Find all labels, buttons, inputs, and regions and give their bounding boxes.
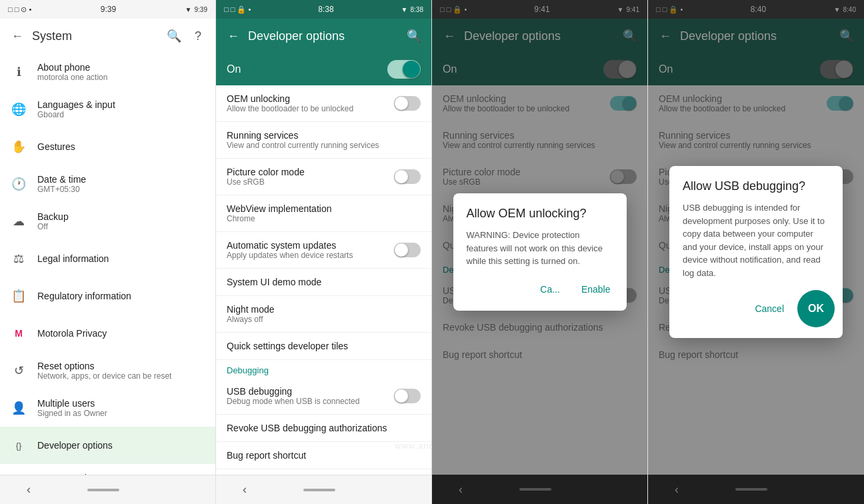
panel-system: □ □ ⊙ • 9:39 ▼ 9:39 ← System 🔍 ? ℹ About…	[0, 0, 216, 504]
setting-ui-demo[interactable]: System UI demo mode	[216, 269, 431, 296]
nav-about-phone[interactable]: ℹ About phone motorola one action	[0, 53, 215, 91]
search-icon-dev[interactable]: 🔍	[405, 27, 423, 45]
legal-icon: ⚖	[11, 251, 27, 267]
usbdebug-title: USB debugging	[227, 386, 394, 397]
nav-system-updates[interactable]: 📱 System updates Updated to Android 9	[0, 464, 215, 475]
backup-icon: ☁	[11, 213, 27, 229]
nav-languages-sub: Gboard	[37, 110, 205, 119]
webview-title: WebView implementation	[227, 203, 421, 214]
nav-multiple-users[interactable]: 👤 Multiple users Signed in as Owner	[0, 389, 215, 427]
home-pill[interactable]	[87, 489, 119, 491]
status-icons-left: □ □ ⊙ •	[8, 5, 31, 14]
nav-gestures[interactable]: ✋ Gestures	[0, 128, 215, 165]
nav-languages-title: Languages & input	[37, 99, 205, 110]
oem-cancel-button[interactable]: Ca...	[532, 279, 568, 300]
color-title: Picture color mode	[227, 167, 394, 177]
nightmode-title: Night mode	[227, 304, 421, 315]
status-bar-1: □ □ ⊙ • 9:39 ▼ 9:39	[0, 0, 215, 19]
uidemo-title: System UI demo mode	[227, 277, 421, 287]
nav-backup[interactable]: ☁ Backup Off	[0, 203, 215, 240]
nav-datetime[interactable]: 🕐 Date & time GMT+05:30	[0, 165, 215, 203]
qstiles-title: Quick settings developer tiles	[227, 341, 421, 351]
setting-bug-report[interactable]: Bug report shortcut	[216, 442, 431, 469]
oem-enable-button[interactable]: Enable	[573, 279, 619, 300]
nav-reset-sub: Network, apps, or device can be reset	[37, 371, 205, 381]
nav-backup-title: Backup	[37, 211, 205, 222]
running-sub: View and control currently running servi…	[227, 141, 421, 150]
panel-dev-options: □ □ 🔒 • 8:38 ▼ 8:38 ← Developer options …	[216, 0, 432, 504]
dev-on-toggle[interactable]	[387, 60, 421, 79]
back-btn-2[interactable]: ‹	[243, 483, 247, 497]
users-icon: 👤	[11, 400, 27, 416]
revoke-title: Revoke USB debugging authorizations	[227, 423, 421, 433]
panel-usb-dialog: □ □ 🔒 • 8:40 ▼ 8:40 ← Developer options …	[648, 0, 864, 504]
status-icons-right: ▼ 9:39	[185, 6, 207, 13]
usb-dialog-actions: Cancel OK	[669, 290, 843, 333]
nav-developer-options[interactable]: {} Developer options	[0, 427, 215, 464]
back-icon-dev[interactable]: ←	[224, 27, 243, 45]
search-icon[interactable]: 🔍	[165, 27, 183, 45]
usb-dialog-overlay: Allow USB debugging? USB debugging is in…	[648, 0, 864, 504]
info-icon: ℹ	[11, 64, 27, 80]
back-icon[interactable]: ←	[8, 27, 27, 45]
webview-sub: Chrome	[227, 214, 421, 223]
setting-oem-unlocking[interactable]: OEM unlocking Allow the bootloader to be…	[216, 85, 431, 122]
reset-icon: ↺	[11, 363, 27, 379]
usb-cancel-button[interactable]: Cancel	[747, 298, 792, 319]
toolbar-system: ← System 🔍 ?	[0, 19, 215, 53]
nav-legal[interactable]: ⚖ Legal information	[0, 240, 215, 277]
setting-running-services[interactable]: Running services View and control curren…	[216, 122, 431, 159]
bugreport-title: Bug report shortcut	[227, 450, 421, 461]
dev-settings-list: OEM unlocking Allow the bootloader to be…	[216, 85, 431, 475]
nav-about-phone-sub: motorola one action	[37, 73, 205, 82]
dev-on-label: On	[227, 63, 241, 75]
nav-privacy-title: Motorola Privacy	[37, 328, 205, 339]
privacy-icon: M	[11, 325, 27, 341]
back-button[interactable]: ‹	[27, 483, 31, 497]
oem-title: OEM unlocking	[227, 93, 394, 104]
toolbar-dev-title: Developer options	[248, 29, 399, 43]
nav-regulatory[interactable]: 📋 Regulatory information	[0, 277, 215, 315]
status-bar-2: □ □ 🔒 • 8:38 ▼ 8:38	[216, 0, 431, 19]
home-pill-2[interactable]	[303, 489, 335, 491]
nav-backup-sub: Off	[37, 222, 205, 231]
setting-auto-updates[interactable]: Automatic system updates Apply updates w…	[216, 232, 431, 269]
setting-revoke-usb[interactable]: Revoke USB debugging authorizations	[216, 415, 431, 442]
setting-night-mode[interactable]: Night mode Always off	[216, 296, 431, 333]
status-time-2: 8:38	[318, 5, 333, 14]
status-icons-left-2: □ □ 🔒 •	[224, 5, 251, 14]
autoupdate-title: Automatic system updates	[227, 240, 394, 251]
oem-toggle[interactable]	[394, 96, 421, 111]
toolbar-title: System	[32, 29, 159, 43]
help-icon[interactable]: ?	[189, 27, 207, 45]
dev-on-bar: On	[216, 53, 431, 85]
toolbar-dev: ← Developer options 🔍	[216, 19, 431, 53]
setting-qs-tiles[interactable]: Quick settings developer tiles	[216, 333, 431, 360]
oem-dialog-actions: Ca... Enable	[453, 279, 627, 305]
nav-motorola-privacy[interactable]: M Motorola Privacy	[0, 315, 215, 352]
nav-reset-title: Reset options	[37, 361, 205, 371]
oem-dialog-body: WARNING: Device protection features will…	[453, 229, 627, 279]
nav-list: ℹ About phone motorola one action 🌐 Lang…	[0, 53, 215, 475]
usb-dialog: Allow USB debugging? USB debugging is in…	[669, 166, 843, 338]
nav-legal-title: Legal information	[37, 253, 205, 264]
color-sub: Use sRGB	[227, 177, 394, 187]
autoupdate-toggle[interactable]	[394, 243, 421, 257]
oem-sub: Allow the bootloader to be unlocked	[227, 104, 394, 113]
usbdebug-toggle[interactable]	[394, 389, 421, 403]
status-time-1: 9:39	[101, 5, 116, 14]
setting-usb-debug[interactable]: USB debugging Debug mode when USB is con…	[216, 378, 431, 415]
color-toggle[interactable]	[394, 169, 421, 184]
usbdebug-sub: Debug mode when USB is connected	[227, 397, 394, 406]
nav-reset[interactable]: ↺ Reset options Network, apps, or device…	[0, 352, 215, 389]
nav-datetime-title: Date & time	[37, 174, 205, 185]
nav-dev-title: Developer options	[37, 440, 205, 451]
setting-picture-color[interactable]: Picture color mode Use sRGB	[216, 159, 431, 195]
autoupdate-sub: Apply updates when device restarts	[227, 251, 394, 260]
nav-languages[interactable]: 🌐 Languages & input Gboard	[0, 91, 215, 128]
usb-dialog-title: Allow USB debugging?	[669, 179, 843, 201]
usb-ok-button[interactable]: OK	[797, 290, 835, 327]
developer-icon: {}	[11, 437, 27, 453]
setting-webview[interactable]: WebView implementation Chrome	[216, 195, 431, 232]
nightmode-sub: Always off	[227, 315, 421, 324]
